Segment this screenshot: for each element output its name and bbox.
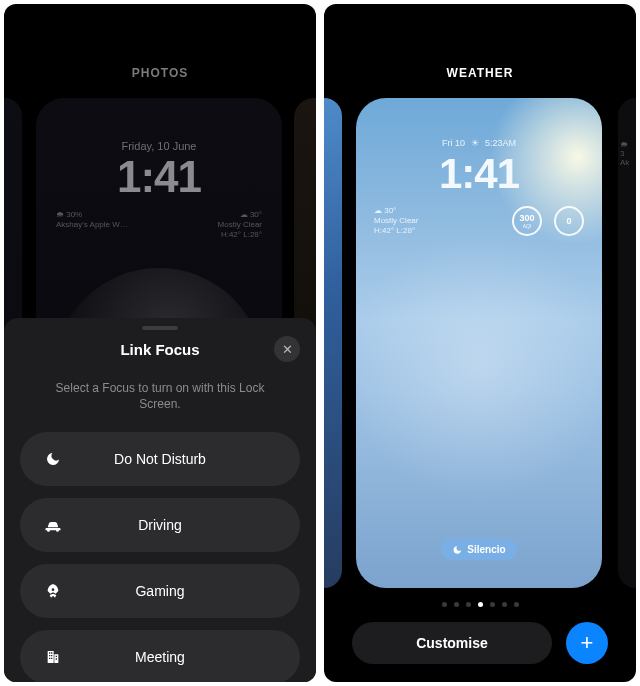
sheet-grabber[interactable] [142,326,178,330]
lockscreen-time: 1:41 [356,150,602,198]
aqi-gauge: 300 AQI [512,206,542,236]
bottom-actions: Customise + [352,622,608,664]
plus-icon: + [581,630,594,656]
focus-label: Driving [42,517,278,533]
focus-meeting[interactable]: Meeting [20,630,300,682]
dot-active [478,602,483,607]
lockscreen-date-row: Fri 10 ☀ 5:23AM [356,138,602,148]
customise-label: Customise [416,635,488,651]
sheet-title: Link Focus [120,341,199,358]
widget-right-third: H:42° L:28° [218,230,262,239]
focus-list: Do Not Disturb Driving Gaming Meeting [20,432,300,682]
phone-left: PHOTOS Friday, 10 June 1:41 🌧 30% Akshay… [4,4,316,682]
dot [514,602,519,607]
widget-right-top: ☁ 30° [218,210,262,219]
secondary-time: 5:23AM [485,138,516,148]
widget-right-bottom: Mostly Clear [218,220,262,229]
peek-widget-top: 🌧 3 [620,140,628,158]
close-icon: ✕ [282,342,293,357]
customise-button[interactable]: Customise [352,622,552,664]
dot [466,602,471,607]
lockscreen-date-short: Fri 10 [442,138,465,148]
focus-pill[interactable]: Silencio [440,539,517,560]
focus-driving[interactable]: Driving [20,498,300,552]
peek-preview-right[interactable]: 🌧 3 Ak [618,98,636,588]
lockscreen-widgets: 🌧 30% Akshay's Apple W… ☁ 30° Mostly Cle… [56,210,262,239]
dot [454,602,459,607]
gauge-value: 300 [519,213,534,223]
widget-left-bottom: Akshay's Apple W… [56,220,128,229]
close-button[interactable]: ✕ [274,336,300,362]
gauge-value: 0 [566,216,571,226]
focus-do-not-disturb[interactable]: Do Not Disturb [20,432,300,486]
gauge-label: AQI [523,223,532,229]
focus-pill-label: Silencio [467,544,505,555]
widget-cond: Mostly Clear [374,216,418,226]
focus-label: Do Not Disturb [42,451,278,467]
lockscreen-time: 1:41 [36,152,282,202]
widget-left-top: 🌧 30% [56,210,128,219]
peek-widget-bottom: Ak [620,158,629,167]
add-button[interactable]: + [566,622,608,664]
dot [490,602,495,607]
focus-label: Meeting [42,649,278,665]
category-label: WEATHER [324,66,636,80]
phone-right: WEATHER 🌧 3 Ak Fri 10 ☀ 5:23AM 1:41 ☁ 30… [324,4,636,682]
dot [502,602,507,607]
sunrise-icon: ☀ [471,138,479,148]
lockscreen-widgets: ☁ 30° Mostly Clear H:42° L:28° 300 AQI 0 [374,206,584,236]
wallpaper-preview[interactable]: Fri 10 ☀ 5:23AM 1:41 ☁ 30° Mostly Clear … [356,98,602,588]
peek-preview-left[interactable] [324,98,342,588]
link-focus-sheet: Link Focus ✕ Select a Focus to turn on w… [4,318,316,682]
moon-icon [452,545,462,555]
focus-label: Gaming [42,583,278,599]
widget-temp: ☁ 30° [374,206,418,216]
widget-hl: H:42° L:28° [374,226,418,236]
focus-gaming[interactable]: Gaming [20,564,300,618]
category-label: PHOTOS [4,66,316,80]
dot [442,602,447,607]
sheet-subtitle: Select a Focus to turn on with this Lock… [42,380,278,412]
uv-gauge: 0 [554,206,584,236]
page-dots[interactable] [324,602,636,607]
lockscreen-date: Friday, 10 June [36,140,282,152]
